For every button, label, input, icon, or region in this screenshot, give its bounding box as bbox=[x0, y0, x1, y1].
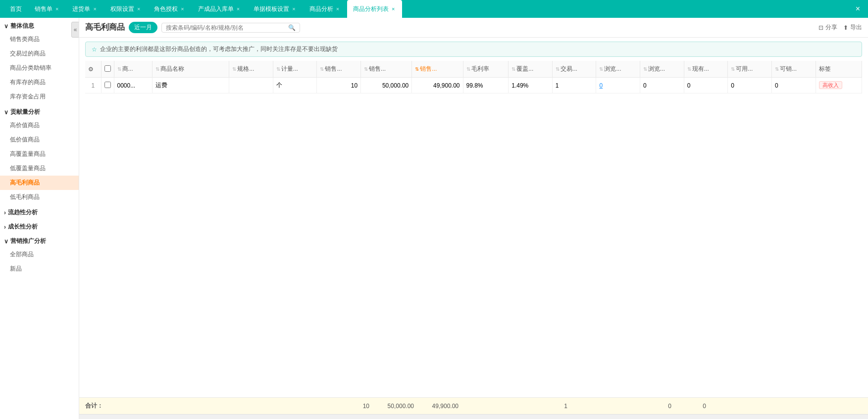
tag-badge: 高收入 bbox=[819, 81, 842, 89]
header-actions: ⊡ 分享 ⬆ 导出 bbox=[818, 23, 862, 32]
close-inbound-tab[interactable]: × bbox=[236, 6, 241, 12]
page-title: 高毛利商品 bbox=[85, 22, 125, 33]
nav-roles[interactable]: 角色授权 × bbox=[148, 0, 191, 18]
nav-permissions[interactable]: 权限设置 × bbox=[104, 0, 147, 18]
sidebar-item-category-rate[interactable]: 商品分类助销率 bbox=[0, 61, 79, 75]
search-icon[interactable]: 🔍 bbox=[288, 24, 296, 31]
close-product-analysis-list-tab[interactable]: × bbox=[391, 6, 396, 12]
nav-template[interactable]: 单据模板设置 × bbox=[248, 0, 302, 18]
info-bar: ☆ 企业的主要的利润都是这部分商品创造的，可考虑加大推广，同时关注库存是不要出现… bbox=[85, 42, 862, 57]
export-button[interactable]: ⬆ 导出 bbox=[843, 23, 862, 32]
col-browse2[interactable]: ⇅浏览... bbox=[640, 61, 684, 78]
sidebar-item-low-value[interactable]: 低价值商品 bbox=[0, 133, 79, 147]
sidebar-item-new-goods[interactable]: 新品 bbox=[0, 262, 79, 276]
sidebar-item-low-coverage[interactable]: 低覆盖量商品 bbox=[0, 161, 79, 176]
search-box: 🔍 bbox=[161, 23, 300, 33]
col-unit[interactable]: ⇅计量... bbox=[273, 61, 317, 78]
main-layout: « ∨ 整体信息 销售类商品 交易过的商品 商品分类助销率 有库存的商品 库存资… bbox=[0, 18, 868, 419]
sidebar-item-in-stock[interactable]: 有库存的商品 bbox=[0, 75, 79, 90]
export-icon: ⬆ bbox=[843, 24, 848, 31]
row-transaction: 1 bbox=[552, 78, 596, 93]
total-sales-amount: 50,000.00 bbox=[372, 403, 417, 410]
content-header: 高毛利商品 近一月 🔍 ⊡ 分享 ⬆ 导出 bbox=[79, 18, 868, 38]
row-tag: 高收入 bbox=[816, 78, 862, 93]
sidebar-item-sales-goods[interactable]: 销售类商品 bbox=[0, 32, 79, 47]
close-roles-tab[interactable]: × bbox=[180, 6, 185, 12]
total-transaction: 1 bbox=[531, 403, 570, 410]
row-name: 运费 bbox=[152, 78, 229, 93]
row-sales-amount: 50,000.00 bbox=[361, 78, 412, 93]
sidebar-item-high-coverage[interactable]: 高覆盖量商品 bbox=[0, 147, 79, 161]
sidebar-group-growth[interactable]: › 成长性分析 bbox=[0, 219, 79, 233]
col-tag: 标签 bbox=[816, 61, 862, 78]
close-purchase-tab[interactable]: × bbox=[92, 6, 97, 12]
sidebar-group-marketing[interactable]: ∨ 营销推广分析 bbox=[0, 233, 79, 247]
col-settings[interactable]: ⚙ bbox=[85, 61, 101, 78]
col-sales-amount[interactable]: ⇅销售... bbox=[361, 61, 412, 78]
sidebar-item-all-goods[interactable]: 全部商品 bbox=[0, 247, 79, 262]
horizontal-scrollbar[interactable] bbox=[79, 414, 868, 419]
content-area: 高毛利商品 近一月 🔍 ⊡ 分享 ⬆ 导出 ☆ 企业的主要的利润都是这部分商品创… bbox=[79, 18, 868, 419]
col-gross-rate[interactable]: ⇅毛利率 bbox=[463, 61, 509, 78]
row-browse2: 0 bbox=[640, 78, 684, 93]
table-container: ⚙ ⇅商... ⇅商品名称 ⇅规格... bbox=[79, 61, 868, 397]
sidebar: « ∨ 整体信息 销售类商品 交易过的商品 商品分类助销率 有库存的商品 库存资… bbox=[0, 18, 79, 419]
nav-inbound[interactable]: 产成品入库单 × bbox=[192, 0, 247, 18]
nav-purchase[interactable]: 进货单 × bbox=[66, 0, 103, 18]
sidebar-group-overall[interactable]: ∨ 整体信息 bbox=[0, 18, 79, 32]
table-row: 1 0000... 运费 个 10 50,000.00 49,900.00 99… bbox=[85, 78, 862, 93]
sidebar-collapse-button[interactable]: « bbox=[71, 22, 79, 38]
total-label: 合计： bbox=[85, 402, 174, 410]
sidebar-group-trend[interactable]: › 流趋性分析 bbox=[0, 204, 79, 219]
close-template-tab[interactable]: × bbox=[291, 6, 296, 12]
col-code[interactable]: ⇅商... bbox=[114, 61, 152, 78]
share-icon: ⊡ bbox=[818, 24, 823, 31]
info-icon: ☆ bbox=[92, 46, 97, 53]
info-text: 企业的主要的利润都是这部分商品创造的，可考虑加大推广，同时关注库存是不要出现缺货 bbox=[100, 45, 338, 53]
total-sales-cost: 49,900.00 bbox=[417, 403, 461, 410]
footer-total-row: 合计： 10 50,000.00 49,900.00 1 0 0 bbox=[79, 397, 868, 414]
nav-sales[interactable]: 销售单 × bbox=[29, 0, 65, 18]
sidebar-item-low-margin[interactable]: 低毛利商品 bbox=[0, 190, 79, 204]
total-current-stock: 0 bbox=[640, 403, 674, 410]
close-sales-tab[interactable]: × bbox=[54, 6, 59, 12]
col-browse1[interactable]: ⇅浏览... bbox=[596, 61, 640, 78]
row-checkbox[interactable] bbox=[104, 82, 111, 88]
col-spec[interactable]: ⇅规格... bbox=[229, 61, 273, 78]
col-sales-count[interactable]: ⇅销售... bbox=[317, 61, 361, 78]
nav-home[interactable]: 首页 bbox=[4, 0, 28, 18]
close-all-button[interactable]: × bbox=[852, 4, 864, 13]
row-sellable: 0 bbox=[771, 78, 816, 93]
sidebar-item-traded-goods[interactable]: 交易过的商品 bbox=[0, 47, 79, 61]
row-spec bbox=[229, 78, 273, 93]
col-coverage[interactable]: ⇅覆盖... bbox=[509, 61, 553, 78]
select-all-checkbox[interactable] bbox=[104, 65, 111, 72]
col-sellable[interactable]: ⇅可销... bbox=[771, 61, 816, 78]
row-coverage: 1.49% bbox=[509, 78, 553, 93]
close-permissions-tab[interactable]: × bbox=[136, 6, 141, 12]
col-name[interactable]: ⇅商品名称 bbox=[152, 61, 229, 78]
products-table: ⚙ ⇅商... ⇅商品名称 ⇅规格... bbox=[85, 61, 862, 93]
col-checkbox[interactable] bbox=[101, 61, 114, 78]
sidebar-item-high-value[interactable]: 高价值商品 bbox=[0, 118, 79, 133]
top-navigation: 首页 销售单 × 进货单 × 权限设置 × 角色授权 × 产成品入库单 × 单据… bbox=[0, 0, 868, 18]
col-sales-cost[interactable]: ⇅销售... bbox=[412, 61, 463, 78]
nav-product-analysis-list[interactable]: 商品分析列表 × bbox=[347, 0, 402, 18]
row-code: 0000... bbox=[114, 78, 152, 93]
col-transaction[interactable]: ⇅交易... bbox=[552, 61, 596, 78]
share-button[interactable]: ⊡ 分享 bbox=[818, 23, 837, 32]
search-input[interactable] bbox=[166, 24, 286, 31]
close-product-analysis-tab[interactable]: × bbox=[335, 6, 340, 12]
col-available[interactable]: ⇅可用... bbox=[728, 61, 772, 78]
table-header-row: ⚙ ⇅商... ⇅商品名称 ⇅规格... bbox=[85, 61, 862, 78]
total-available: 0 bbox=[674, 403, 709, 410]
sidebar-item-high-margin[interactable]: 高毛利商品 bbox=[0, 176, 79, 190]
col-sort-icon: ⇅ bbox=[117, 66, 121, 72]
sidebar-group-contribution[interactable]: ∨ 贡献量分析 bbox=[0, 104, 79, 118]
col-current-stock[interactable]: ⇅现有... bbox=[684, 61, 728, 78]
row-sales-count: 10 bbox=[317, 78, 361, 93]
row-browse1[interactable]: 0 bbox=[596, 78, 640, 93]
sidebar-item-stock-capital[interactable]: 库存资金占用 bbox=[0, 90, 79, 104]
filter-recent-month-button[interactable]: 近一月 bbox=[129, 22, 157, 33]
nav-product-analysis[interactable]: 商品分析 × bbox=[304, 0, 346, 18]
